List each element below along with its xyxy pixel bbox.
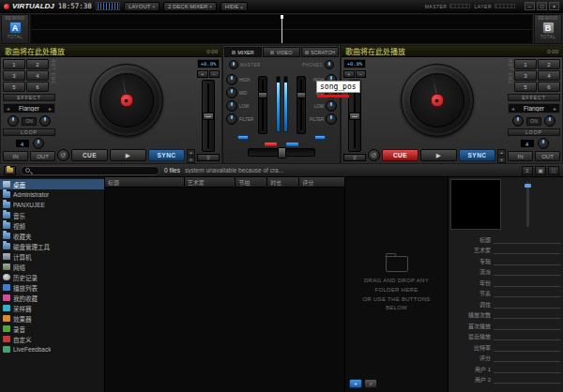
tree-item[interactable]: 磁盘管理工具 — [0, 241, 104, 251]
effect-name[interactable]: Flanger — [12, 105, 46, 112]
mixer-tab[interactable]: VIDEO — [263, 47, 300, 57]
pitch-bend-up-button[interactable]: ▲ — [497, 149, 506, 156]
browse-music-button[interactable]: ♪ — [364, 379, 377, 388]
headphones-volume-knob[interactable] — [325, 60, 334, 69]
add-folder-button[interactable]: + — [349, 379, 362, 388]
eq-knob[interactable] — [226, 87, 237, 98]
dragdrop-panel[interactable]: DRAG AND DROP ANY FOLDER HERE OR USE THE… — [345, 177, 449, 392]
folder-up-button[interactable] — [4, 166, 16, 175]
deck-b-monitor-button[interactable] — [314, 135, 326, 140]
deck-a-monitor-button[interactable] — [237, 135, 249, 140]
tree-item[interactable]: LiveFeedback — [0, 344, 104, 354]
loop-out-button[interactable]: OUT — [30, 151, 55, 161]
deck-a-play-button[interactable]: ▶ — [110, 149, 146, 161]
crossfader-handle[interactable] — [278, 147, 286, 158]
pitch-zero-button[interactable]: 0 — [197, 154, 220, 161]
hotcue-pad[interactable]: 6 — [538, 82, 560, 92]
effect-next-icon[interactable]: ► — [551, 106, 559, 112]
tree-item[interactable]: 桌面 — [0, 179, 104, 189]
hotcue-pad[interactable]: 2 — [26, 59, 49, 69]
maximize-button[interactable]: □ — [537, 2, 547, 10]
tree-item[interactable]: Administrator — [0, 189, 104, 200]
deck-b-volume-fader[interactable] — [297, 76, 306, 134]
deck-b-play-button[interactable]: ▶ — [420, 149, 457, 161]
deck-b-sync-button[interactable]: SYNC — [459, 149, 495, 161]
loop-in-button[interactable]: IN — [3, 151, 28, 161]
hotcue-pad[interactable]: 4 — [538, 70, 560, 81]
deck-b-badge[interactable]: B — [542, 22, 555, 34]
hotcue-pad[interactable]: 1 — [514, 59, 537, 69]
search-input[interactable] — [33, 168, 155, 173]
effect-knob[interactable] — [512, 115, 524, 127]
loop-out-button[interactable]: OUT — [535, 151, 560, 161]
deck-b-effect-selector[interactable]: ◄ Flanger ► — [508, 103, 560, 113]
effect-prev-icon[interactable]: ◄ — [509, 106, 517, 112]
hotcue-pad[interactable]: 2 — [538, 59, 560, 69]
layout-button[interactable]: LAYOUT▾ — [124, 2, 160, 11]
tree-item[interactable]: 音乐 — [0, 210, 104, 220]
close-button[interactable]: × — [549, 2, 559, 10]
pitch-bend-down-button[interactable]: ▼ — [187, 157, 195, 163]
deck-mode-button[interactable]: 2 DECK MIXER▾ — [163, 2, 217, 11]
pitch-bend-down-button[interactable]: ▼ — [497, 157, 506, 163]
eq-knob[interactable] — [326, 113, 337, 125]
tree-item[interactable]: 收藏夹 — [0, 231, 104, 241]
deck-a-effect-selector[interactable]: ◄ Flanger ► — [3, 103, 55, 113]
eq-knob[interactable] — [226, 113, 237, 125]
effect-next-icon[interactable]: ► — [46, 106, 54, 112]
file-list-body[interactable] — [105, 188, 344, 392]
preview-volume-slider[interactable] — [526, 182, 529, 227]
effect-prev-icon[interactable]: ◄ — [4, 106, 12, 112]
fader-handle[interactable] — [258, 92, 267, 98]
effect-knob-2[interactable] — [544, 115, 555, 127]
deck-a-sync-button[interactable]: SYNC — [148, 149, 185, 161]
hotcue-pad[interactable]: 5 — [3, 82, 25, 92]
master-volume-knob[interactable] — [229, 60, 238, 69]
eq-knob[interactable] — [226, 100, 237, 112]
column-header[interactable]: 标题 — [105, 177, 185, 187]
pitch-slider-handle[interactable] — [349, 113, 360, 120]
deck-b-loopback-button[interactable]: ↺ — [368, 149, 380, 161]
crossfader[interactable] — [248, 148, 315, 157]
split-view-button[interactable]: ▣ — [535, 166, 546, 175]
search-box[interactable] — [21, 166, 160, 175]
column-header[interactable]: 艺术家 — [185, 177, 236, 187]
tree-item[interactable]: PANXUJEE — [0, 200, 104, 210]
mixer-tab[interactable]: MIXER — [224, 47, 262, 57]
mixer-tab[interactable]: SCRATCH — [301, 47, 339, 57]
tree-item[interactable]: 播放列表 — [0, 282, 104, 293]
loop-in-button[interactable]: IN — [508, 151, 533, 161]
tree-item[interactable]: 效果器 — [0, 313, 104, 324]
hotcue-pad[interactable]: 4 — [26, 70, 49, 81]
eq-knob[interactable] — [226, 74, 237, 85]
tree-item[interactable]: 视频 — [0, 220, 104, 231]
deck-a-pitch-slider[interactable] — [202, 80, 215, 152]
pitch-zero-button[interactable]: 0 — [343, 154, 366, 161]
pitch-minus-button[interactable]: − — [356, 70, 367, 78]
column-header[interactable]: 评分 — [299, 177, 344, 187]
pitch-plus-button[interactable]: + — [197, 70, 208, 78]
pitch-slider-handle[interactable] — [203, 113, 214, 120]
deck-a-volume-fader[interactable] — [258, 76, 267, 134]
fader-handle[interactable] — [297, 92, 306, 98]
deck-a-loopback-button[interactable]: ↺ — [57, 149, 69, 161]
effect-on-button[interactable]: ON — [22, 117, 37, 126]
effect-on-button[interactable]: ON — [526, 117, 541, 126]
deck-a-badge[interactable]: A — [9, 22, 22, 34]
column-header[interactable]: 节拍 — [236, 177, 267, 187]
tree-item[interactable]: 自定义 — [0, 334, 104, 344]
effect-knob[interactable] — [8, 115, 19, 127]
hotcue-pad[interactable]: 6 — [26, 82, 49, 92]
deck-a-cue-button[interactable]: CUE — [71, 149, 108, 161]
eq-knob[interactable] — [326, 100, 337, 112]
effect-knob-2[interactable] — [39, 115, 51, 127]
deck-a-jog-wheel[interactable] — [90, 64, 163, 137]
minimize-button[interactable]: – — [525, 2, 535, 10]
loop-knob[interactable] — [538, 138, 549, 149]
hide-button[interactable]: HIDE▴ — [221, 2, 248, 11]
loop-knob[interactable] — [33, 138, 44, 149]
deck-b-cue-button[interactable]: CUE — [382, 149, 418, 161]
expand-view-button[interactable]: □ — [548, 166, 559, 175]
effect-name[interactable]: Flanger — [517, 105, 551, 112]
pitch-plus-button[interactable]: + — [343, 70, 355, 78]
